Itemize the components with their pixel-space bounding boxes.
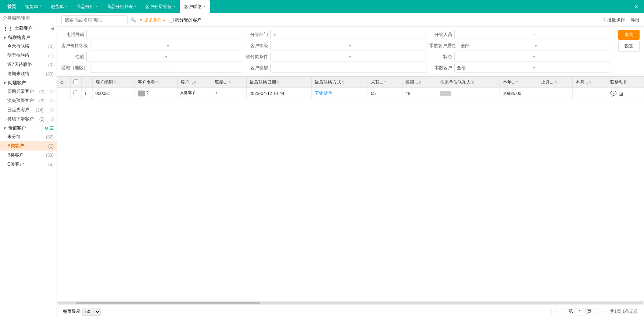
sort-overdue-icon: ⇅ <box>419 81 422 84</box>
sidebar-item-ungroup[interactable]: 未分组 (32) <box>0 132 57 141</box>
nav-customer-contact-close[interactable]: × <box>203 0 205 13</box>
settings-gear-icon[interactable]: ⚙ <box>60 80 64 85</box>
filter-person-label: 分管人员 <box>429 32 454 38</box>
col-this-month-header[interactable]: 本月... ⇅ <box>572 77 607 88</box>
batch-op-button[interactable]: ☑ 批量操作 <box>602 17 625 23</box>
col-last-way-header[interactable]: 最后联络方式 ⇅ <box>312 77 368 88</box>
export-button[interactable]: ↓ 导出 <box>628 17 640 23</box>
filter-retail-attr-select[interactable]: 全部 ▼ <box>458 41 610 50</box>
row-checkbox-cell[interactable] <box>70 88 81 99</box>
sidebar-item-repurchase[interactable]: 回购异常客户 (2) ⓘ <box>0 87 57 96</box>
nav-item-analysis-list[interactable]: 商品分析列表 × <box>102 0 141 13</box>
table-header: ⚙ 客户编码 ⇅ <box>57 77 644 88</box>
col-this-year-header[interactable]: 本年... ⇅ <box>500 77 538 88</box>
nav-sales-close[interactable]: × <box>40 0 42 13</box>
filter-dept: 分管部门 ▼ <box>245 30 426 39</box>
sidebar-all-customers[interactable]: ⋮⋮ 全部客户 ◀ <box>0 23 57 33</box>
nav-item-home[interactable]: 首页 <box>3 0 21 13</box>
nav-item-analysis[interactable]: 商品分析 × <box>72 0 102 13</box>
filter-nature-select[interactable]: ▼ <box>86 52 242 61</box>
filter-person-input[interactable]: ··· <box>454 30 610 39</box>
select-all-checkbox[interactable] <box>74 80 78 84</box>
settings-button[interactable]: 设置 <box>618 41 640 52</box>
sidebar-collapse-icon[interactable]: ◀ <box>51 26 54 31</box>
col-seq-header <box>81 77 92 88</box>
filter-retail-attr: 零散客户属性 全部 ▼ <box>429 41 610 50</box>
sidebar-item-declining[interactable]: 持续下滑客户 (2) ⓘ <box>0 114 57 124</box>
nav-item-customer-contact[interactable]: 客户联络 × <box>180 0 210 13</box>
nav-item-sales[interactable]: 销货单 × <box>21 0 46 13</box>
add-icon[interactable]: ☰ <box>50 126 54 131</box>
col-name-label: 客户名称 <box>138 79 155 85</box>
filter-region-select[interactable]: ··· <box>90 63 242 73</box>
sidebar-group-problem[interactable]: ▼ 问题客户 <box>0 78 57 87</box>
col-no-contact-header[interactable]: 未联... ⇅ <box>368 77 402 88</box>
filter-search-input[interactable] <box>61 15 128 24</box>
content-area: 🔍 ▼ 更多条件 ▲ 我分管的客户 ☑ 批量操作 ↓ <box>57 13 644 318</box>
filter-more-conditions[interactable]: ▼ 更多条件 ▲ <box>139 17 166 23</box>
my-customers-checkbox[interactable] <box>169 18 173 22</box>
nav-home-label: 首页 <box>7 0 16 13</box>
filter-price-level-select[interactable]: ▼ <box>90 41 242 50</box>
col-overdue-header[interactable]: 逾期... ⇅ <box>402 77 437 88</box>
sidebar-item-churn-warn[interactable]: 流失预警客户 (3) ⓘ <box>0 96 57 105</box>
filter-customer-type-select[interactable] <box>270 63 426 73</box>
next-page-button[interactable]: › <box>593 308 600 315</box>
col-unit-contact-header[interactable]: 往来单位联系人 ⇅ <box>437 77 500 88</box>
page-size-select[interactable]: 50 100 <box>82 308 101 316</box>
chat-action-icon[interactable]: 💬 <box>610 91 616 96</box>
last-page-button[interactable]: » <box>601 308 609 315</box>
prev-page-button[interactable]: ‹ <box>561 308 567 315</box>
col-last-month-header[interactable]: 上月... ⇅ <box>538 77 572 88</box>
filter-dept-select[interactable]: ▼ <box>270 30 426 39</box>
sidebar-item-c-class[interactable]: C类客户 (6) <box>0 160 57 169</box>
row-last-month-cell <box>538 88 572 99</box>
sidebar-item-today-contact[interactable]: 今天待联络 (0) <box>0 42 57 51</box>
sidebar-item-7day-contact[interactable]: 近7天待联络 (0) <box>0 60 57 69</box>
col-level-header[interactable]: 客户... ⇅ <box>177 77 212 88</box>
page-input[interactable] <box>575 308 586 315</box>
filter-my-customers-checkbox[interactable]: 我分管的客户 <box>169 17 201 23</box>
row-last-way-cell[interactable]: 下销货单 <box>312 88 368 99</box>
nav-purchase-close[interactable]: × <box>65 0 68 13</box>
pagination: « ‹ 第 页 › » 共1页 1条记录 <box>551 308 638 315</box>
sidebar-item-tomorrow-contact[interactable]: 明天待联络 (1) <box>0 51 57 60</box>
sidebar-item-a-class[interactable]: A类客户 (1) <box>0 141 57 151</box>
nav-analysis-close[interactable]: × <box>96 0 98 13</box>
sidebar-item-b-class[interactable]: B类客户 (33) <box>0 151 57 160</box>
filter-customer-level-select[interactable]: ▼ <box>270 41 426 50</box>
col-name-header[interactable]: 客户名称 ⇅ <box>135 77 178 88</box>
sidebar-search-input[interactable] <box>3 15 57 21</box>
col-checkbox-header[interactable] <box>70 77 81 88</box>
query-button[interactable]: 查询 <box>618 30 640 40</box>
qr-action-icon[interactable]: ◪ <box>619 91 623 96</box>
filter-payment-select[interactable]: ▼ <box>270 52 426 61</box>
sidebar-item-overdue-contact[interactable]: 逾期未联络 (30) <box>0 69 57 78</box>
filter-row-2: 客户价格等级 ▼ 客户等级 ▼ <box>61 41 640 50</box>
col-settings-header[interactable]: ⚙ <box>57 77 70 88</box>
refresh-icon[interactable]: ↻ <box>44 126 48 131</box>
horizontal-scrollbar[interactable] <box>57 301 644 305</box>
col-last-date-header[interactable]: 最后联络日期 ⇅ <box>246 77 311 88</box>
filter-phone-input[interactable] <box>86 30 242 39</box>
col-code-header[interactable]: 客户编码 ⇅ <box>92 77 135 88</box>
scroll-thumb[interactable] <box>76 302 260 304</box>
nav-analysis-list-close[interactable]: × <box>135 0 137 13</box>
col-contact-header[interactable]: 联络... ⇅ <box>212 77 246 88</box>
sidebar-group-waiting[interactable]: ▼ 待联络客户 <box>0 33 57 42</box>
item-overdue-label: 逾期未联络 <box>7 71 29 77</box>
sidebar-group-value[interactable]: ▼ 价值客户 ↻ ☰ <box>0 124 57 132</box>
nav-item-customer-layer[interactable]: 客户分层经营 × <box>141 0 180 13</box>
filter-retail-customer-select[interactable]: 全部 ▼ <box>454 63 610 73</box>
app-close-button[interactable]: × <box>631 3 641 10</box>
sort-level-icon: ⇅ <box>194 81 197 84</box>
nav-analysis-label: 商品分析 <box>76 0 94 13</box>
row-checkbox[interactable] <box>74 91 78 95</box>
item-churn-warn-label: 流失预警客户 <box>7 98 34 104</box>
nav-customer-layer-close[interactable]: × <box>173 0 175 13</box>
filter-status-select[interactable]: ▼ <box>454 52 610 61</box>
first-page-button[interactable]: « <box>551 308 559 315</box>
nav-item-purchase[interactable]: 进货单 × <box>46 0 72 13</box>
sidebar-item-churned[interactable]: 已流失客户 (24) ⓘ <box>0 105 57 114</box>
filter-search-icon[interactable]: 🔍 <box>130 17 136 22</box>
